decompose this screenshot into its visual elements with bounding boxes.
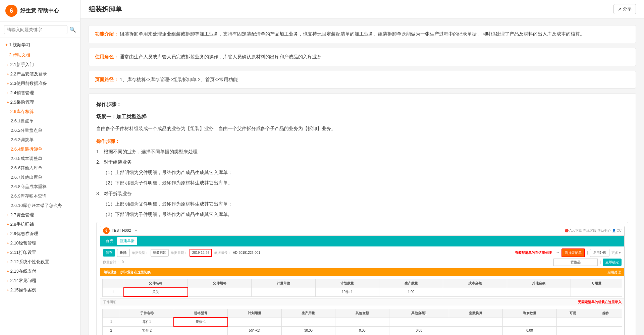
path-label: 页面路径：	[95, 77, 118, 82]
sidebar-item-s2-1[interactable]: + 2.1新手入门	[0, 60, 80, 69]
sidebar-item-s2-6[interactable]: − 2.6库存核算	[0, 107, 80, 116]
plus-icon-2-2: +	[7, 72, 9, 76]
step3-sub2: （2）下部明细为子件明细，最终作为产成品生成其它入库单。	[96, 210, 628, 219]
sim-logo: 6	[103, 227, 110, 234]
path-box: 页面路径： 1、库存核算->库存管理->组装拆卸单 2、首页->常用功能	[89, 71, 636, 89]
feature-intro-box: 功能介绍： 组装拆卸单用来处理企业组装或拆卸等加工业务，支持有固定装配清单的产品…	[89, 25, 636, 43]
sidebar-item-s2-10[interactable]: + 2.10经营管理	[0, 238, 80, 248]
sidebar-leaf-l9[interactable]: 2.6.9库存账本查询	[0, 191, 80, 201]
search-icon[interactable]: 🔍	[69, 26, 76, 33]
screenshot-container: 6 TEST-H002 ▼ 🔴 App下载 在线客服 帮助中心 👤 CC 自费 …	[96, 222, 628, 335]
sidebar-item-s2-11[interactable]: + 2.11打印设置	[0, 248, 80, 257]
sim-child-header: 子件明细 无固定清单的组装在这里录入	[100, 298, 624, 306]
feature-intro-label: 功能介绍：	[95, 31, 118, 37]
sidebar-item-s2-14[interactable]: + 2.14常见问题	[0, 276, 80, 285]
callout2-label: 组装业务、拆卸业务在这里切换	[104, 269, 151, 275]
sidebar-leaf-l1[interactable]: 2.6.1盘点单	[0, 116, 80, 126]
th-unit: 计量单位	[252, 279, 315, 288]
sim-type-label: 单据类型：	[132, 250, 149, 256]
steps-label: 操作步骤：	[96, 137, 628, 146]
sim-btn-more: 更多▼	[611, 250, 622, 256]
share-icon: ↗	[618, 7, 622, 12]
plus-icon-2-11: +	[7, 250, 9, 255]
logo-text: 好生意 帮助中心	[20, 7, 59, 14]
sidebar-leaf-l2[interactable]: 2.6.2分量盘点单	[0, 126, 80, 135]
sim-type-switch-bar: 组装业务、拆卸业务在这里切换 启用处理	[100, 268, 624, 276]
sidebar-item-s2-4[interactable]: + 2.4销售管理	[0, 88, 80, 98]
feature-intro-text: 组装拆卸单用来处理企业组装或拆卸等加工业务，支持有固定装配清单的产品加工业务，也…	[120, 31, 585, 37]
sim-btn-select-config: 选择装配单	[561, 248, 585, 257]
share-button[interactable]: ↗ 分享	[613, 4, 636, 14]
sim-btn-sep: |	[587, 250, 588, 256]
th-parent-spec: 父件规格	[188, 279, 252, 288]
sidebar-item-s2-7[interactable]: + 2.7资金管理	[0, 210, 80, 220]
sidebar-item-s2-8[interactable]: + 2.8手机旺铺	[0, 220, 80, 229]
sidebar-item-s2-13[interactable]: + 2.13在线支付	[0, 267, 80, 276]
role-label: 使用角色：	[95, 54, 118, 59]
sidebar-leaf-l7[interactable]: 2.6.7其他出库单	[0, 173, 80, 182]
scene1-label: 场景一：加工类型选择	[96, 112, 628, 121]
sidebar-item-s2-9[interactable]: + 2.9优惠券管理	[0, 229, 80, 238]
plus-icon-2-7: +	[7, 213, 9, 217]
table-row: 2 零件 2 5(件+1) 30.00 0.00 0.00 0.00	[103, 326, 622, 335]
sidebar-leaf-l10[interactable]: 2.6.10库存账本错了怎么办	[0, 201, 80, 210]
th-cost-amt: 成本金额	[443, 279, 507, 288]
sidebar-item-s2-2[interactable]: + 2.2产品安装及登录	[0, 69, 80, 79]
minus-icon: −	[5, 53, 8, 57]
plus-icon-2-14: +	[7, 279, 9, 283]
sidebar-item-s2-3[interactable]: + 2.3使用前数据准备	[0, 79, 80, 88]
steps-block: 操作步骤： 场景一：加工类型选择 当由多个子件材料组装成一个成品的业务为【组装】…	[89, 93, 636, 335]
plus-icon-2-4: +	[7, 91, 9, 95]
sidebar-item-s2-15[interactable]: + 2.15操作案例	[0, 285, 80, 295]
sim-parent-table: 父件名称 父件规格 计量单位 计划数量 生产数量 成本金额 其他金额 可用量	[102, 279, 622, 297]
nav-tree: + 1.视频学习 − 2.帮助文档 + 2.1新手入门 + 2.2产品安装及登录…	[0, 38, 80, 335]
plus-icon-2-10: +	[7, 241, 9, 245]
sim-type-value: 组装拆卸	[151, 249, 169, 257]
sidebar-item-s1[interactable]: + 1.视频学习	[0, 40, 80, 50]
plus-icon-2-13: +	[7, 269, 9, 273]
sidebar-leaf-l4[interactable]: 2.6.4组装拆卸单	[0, 145, 80, 154]
sim-header-count: 0	[122, 259, 124, 265]
main-content: 组装拆卸单 ↗ 分享 功能介绍： 组装拆卸单用来处理企业组装或拆卸等加工业务，支…	[80, 0, 644, 335]
role-intro-box: 使用角色： 通常由生产人员或库管人员完成拆装业务的操作，库管人员确认原材料的出库…	[89, 48, 636, 66]
sidebar-item-s2[interactable]: − 2.帮助文档	[0, 50, 80, 60]
th-avail: 可用量	[571, 279, 622, 288]
step2: 2、对于组装业务	[96, 158, 628, 166]
sim-search-btn: 立即确定	[603, 259, 622, 266]
role-text: 通常由生产人员或库管人员完成拆装业务的操作，库管人员确认原材料的出库和产成品的入…	[120, 54, 322, 59]
plus-icon: +	[5, 43, 8, 47]
sim-date-label: 单据日期：	[171, 250, 187, 256]
logo-icon: 6	[5, 5, 17, 17]
sim-form-toolbar: 保存 删除 单据类型： 组装拆卸 单据日期： 2019-12-26 单据编号： …	[100, 246, 624, 268]
sim-search-input: 货搜品	[553, 259, 598, 266]
plus-icon-2-8: +	[7, 222, 9, 226]
sidebar-item-s2-12[interactable]: + 2.12系统个性化设置	[0, 257, 80, 267]
path-text: 1、库存核算->库存管理->组装拆卸单 2、首页->常用功能	[120, 77, 238, 82]
th-plan-qty: 计划数量	[315, 279, 379, 288]
sim-child-label: 子件明细	[103, 299, 116, 305]
search-input[interactable]	[4, 25, 67, 34]
table-row: 1 零件1 规格+1	[103, 318, 622, 326]
table-row: 1 关关 10件+1 1.00	[103, 288, 622, 296]
top-bar: 组装拆卸单 ↗ 分享	[80, 0, 644, 18]
callout1-arrow: →	[556, 249, 559, 256]
content-area: 功能介绍： 组装拆卸单用来处理企业组装或拆卸等加工业务，支持有固定装配清单的产品…	[80, 18, 644, 335]
plus-icon-2-15: +	[7, 288, 9, 292]
sidebar-item-s2-5[interactable]: + 2.5采购管理	[0, 98, 80, 107]
sidebar-leaf-l8[interactable]: 2.6.8商品成本重算	[0, 182, 80, 191]
sim-nav-xinjian: 新建单据	[117, 237, 137, 245]
step2-sub1: （1）上部明细为父件明细，最终作为产成品生成其它入库单；	[96, 168, 628, 177]
sim-nav-zifei: 自费	[103, 237, 116, 245]
sidebar-leaf-l5[interactable]: 2.6.5成本调整单	[0, 154, 80, 163]
plus-icon-2-9: +	[7, 232, 9, 236]
sidebar-leaf-l3[interactable]: 2.6.3调拨单	[0, 135, 80, 145]
sim-nav: 自费 新建单据	[100, 236, 624, 246]
plus-icon-2-12: +	[7, 260, 9, 264]
minus-icon-2-6: −	[7, 110, 9, 114]
sidebar-leaf-l6[interactable]: 2.6.6其他入库单	[0, 163, 80, 173]
sim-btn-delete: 删除	[117, 249, 130, 257]
sim-parent-table-wrap: 父件名称 父件规格 计量单位 计划数量 生产数量 成本金额 其他金额 可用量	[100, 276, 624, 298]
step3-sub1: （1）上部明细为父件明细，最终作为原材料生成其它出库单；	[96, 200, 628, 208]
sim-icons: 🔴 App下载 在线客服 帮助中心 👤 CC	[565, 228, 622, 234]
th-other-amt: 其他金额	[507, 279, 571, 288]
